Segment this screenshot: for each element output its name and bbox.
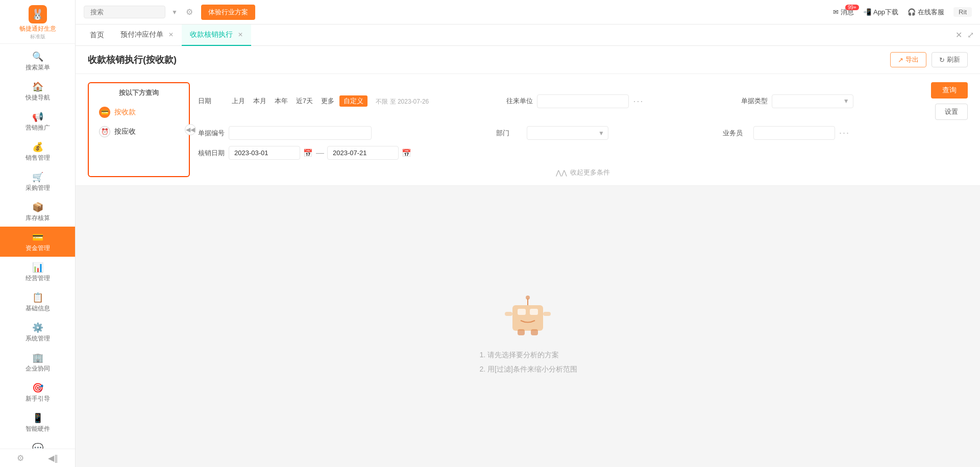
date-this-year-btn[interactable]: 本年	[272, 95, 291, 107]
finance-icon: 💳	[32, 232, 43, 243]
page-header: 收款核销执行(按收款) ↗ 导出 ↻ 刷新	[76, 46, 980, 74]
sidebar-item-finance[interactable]: 💳 资金管理	[0, 227, 75, 257]
sidebar-item-enterprise[interactable]: 🏢 企业协同	[0, 347, 75, 377]
sidebar-collapse-btn[interactable]: ◀‖	[48, 453, 58, 463]
sidebar-item-label: 基础信息	[26, 304, 50, 313]
page-header-btns: ↗ 导出 ↻ 刷新	[890, 52, 968, 73]
tab-prepay[interactable]: 预付冲应付单 ✕	[112, 24, 182, 46]
tab-collection[interactable]: 收款核销执行 ✕	[182, 24, 251, 46]
sidebar-item-guide[interactable]: 🎯 新手引导	[0, 377, 75, 407]
tabbar-window-btns: ✕ ⤢	[955, 30, 974, 40]
service-label: 在线客服	[918, 8, 944, 17]
empty-tip-2: 用[过滤]条件来缩小分析范围	[487, 362, 577, 376]
staff-input[interactable]	[753, 126, 835, 140]
main-area: ▼ ⚙ 体验行业方案 ✉ 消息 99+ 📲 App下载 🎧 在线客服 Rit	[76, 0, 980, 467]
sidebar-item-operation[interactable]: 📊 经营管理	[0, 257, 75, 287]
query-button[interactable]: 查询	[931, 82, 968, 99]
date-more-btn[interactable]: 更多	[318, 95, 337, 107]
tabbar-close-btn[interactable]: ✕	[955, 30, 962, 40]
verify-date-from-input[interactable]	[229, 146, 300, 160]
filter-option-by-receivable[interactable]: ⏰ 按应收	[89, 122, 189, 141]
counterpart-dots-btn[interactable]: ···	[633, 96, 644, 107]
topbar-app-download-btn[interactable]: 📲 App下载	[863, 8, 898, 17]
tabbar-fullscreen-btn[interactable]: ⤢	[967, 30, 974, 40]
app-logo-icon: 🐰	[29, 5, 47, 23]
sidebar-item-sales[interactable]: 💰 销售管理	[0, 136, 75, 166]
topbar-chevron-icon[interactable]: ▼	[172, 9, 178, 16]
svg-rect-6	[543, 312, 551, 316]
tab-prepay-close-icon[interactable]: ✕	[168, 31, 174, 38]
sidebar-item-label: 新手引导	[26, 395, 50, 403]
filter-actions-col: 查询 设置	[931, 82, 968, 120]
collapse-more-btn[interactable]: ⋀⋀ 收起更多条件	[198, 168, 968, 177]
sidebar-item-wechat[interactable]: 💬 企业微信	[0, 437, 75, 449]
sidebar-item-hardware[interactable]: 📱 智能硬件	[0, 407, 75, 437]
verify-date-to-cal-icon[interactable]: 📅	[402, 149, 411, 158]
sidebar-item-marketing[interactable]: 📢 营销推广	[0, 106, 75, 136]
filter-row-2: 单据编号 部门 ▼ 业务员	[198, 126, 968, 140]
topbar-user-menu[interactable]: Rit	[953, 7, 972, 17]
filter-type-title: 按以下方查询	[89, 88, 189, 97]
tabbar: 首页 预付冲应付单 ✕ 收款核销执行 ✕ ✕ ⤢	[76, 24, 980, 46]
empty-state: 请先选择要分析的方案 用[过滤]条件来缩小分析范围	[76, 186, 980, 467]
date-unlimit-text: 不限 至 2023-07-26	[376, 96, 429, 106]
refresh-button[interactable]: ↻ 刷新	[932, 52, 968, 67]
topbar-industry-btn[interactable]: 体验行业方案	[201, 5, 255, 20]
filter-type-selector: 按以下方查询 💳 按收款 ⏰ 按应收 ◀◀	[88, 82, 190, 177]
topbar-message-btn[interactable]: ✉ 消息 99+	[833, 8, 854, 17]
filter-collapse-btn[interactable]: ◀◀	[185, 124, 196, 135]
filter-row-3: 核销日期 📅 — 📅	[198, 146, 968, 160]
empty-robot-illustration	[502, 287, 553, 338]
sidebar-item-label: 企业协同	[26, 364, 50, 373]
by-receivable-icon: ⏰	[99, 126, 110, 137]
filter-option-by-receipt[interactable]: 💳 按收款	[89, 103, 189, 122]
message-badge: 99+	[845, 5, 859, 10]
sidebar-item-label: 资金管理	[26, 244, 50, 253]
dept-select[interactable]	[527, 126, 608, 140]
tab-collection-close-icon[interactable]: ✕	[238, 31, 243, 38]
dept-label: 部门	[496, 129, 523, 138]
topbar-search-input[interactable]	[84, 6, 165, 18]
date-last-month-btn[interactable]: 上月	[229, 95, 248, 107]
user-name: Rit	[959, 8, 967, 16]
operation-icon: 📊	[32, 262, 43, 273]
date-7days-btn[interactable]: 近7天	[293, 95, 316, 107]
purchase-icon: 🛒	[32, 171, 43, 183]
date-custom-btn[interactable]: 自定义	[339, 95, 368, 107]
tab-home[interactable]: 首页	[82, 24, 112, 46]
by-receivable-label: 按应收	[114, 127, 136, 136]
bill-type-select-wrap: ▼	[772, 94, 853, 108]
sidebar-item-quick-nav[interactable]: 🏠 快捷导航	[0, 76, 75, 106]
topbar-gear-icon[interactable]: ⚙	[186, 7, 193, 17]
robot-svg	[502, 287, 553, 338]
staff-dots-btn[interactable]: ···	[839, 128, 850, 138]
bill-type-select[interactable]	[772, 94, 853, 108]
date-this-month-btn[interactable]: 本月	[250, 95, 270, 107]
settings-button[interactable]: 设置	[935, 104, 968, 120]
hardware-icon: 📱	[32, 412, 43, 424]
svg-rect-7	[518, 329, 525, 335]
sidebar-item-basic-info[interactable]: 📋 基础信息	[0, 287, 75, 317]
sidebar-item-label: 经营管理	[26, 274, 50, 283]
verify-date-from-cal-icon[interactable]: 📅	[303, 149, 313, 158]
export-button[interactable]: ↗ 导出	[890, 52, 926, 67]
bill-no-input[interactable]	[229, 126, 372, 140]
topbar-service-btn[interactable]: 🎧 在线客服	[908, 8, 944, 17]
sidebar-settings-btn[interactable]: ⚙	[17, 453, 24, 463]
verify-date-range: 📅 — 📅	[229, 146, 411, 160]
export-icon: ↗	[898, 56, 903, 64]
sales-icon: 💰	[32, 141, 43, 153]
verify-date-to-input[interactable]	[327, 146, 399, 160]
system-icon: ⚙️	[32, 322, 43, 333]
counterpart-input[interactable]	[537, 94, 629, 108]
sidebar-item-system[interactable]: ⚙️ 系统管理	[0, 317, 75, 347]
sidebar-item-inventory[interactable]: 📦 库存核算	[0, 196, 75, 227]
sidebar-item-purchase[interactable]: 🛒 采购管理	[0, 166, 75, 196]
date-options-group: 上月 本月 本年 近7天 更多 自定义	[229, 95, 368, 107]
quick-nav-icon: 🏠	[32, 81, 43, 92]
empty-tip-1: 请先选择要分析的方案	[487, 348, 577, 362]
sidebar: 🐰 畅捷通好生意 标准版 🔍 搜索菜单 🏠 快捷导航 📢 营销推广 💰 销售管理…	[0, 0, 76, 467]
topbar: ▼ ⚙ 体验行业方案 ✉ 消息 99+ 📲 App下载 🎧 在线客服 Rit	[76, 0, 980, 24]
sidebar-item-search-menu[interactable]: 🔍 搜索菜单	[0, 46, 75, 76]
filter-field-date: 日期 上月 本月 本年 近7天 更多 自定义 不限 至 2023-07-26	[198, 95, 494, 107]
